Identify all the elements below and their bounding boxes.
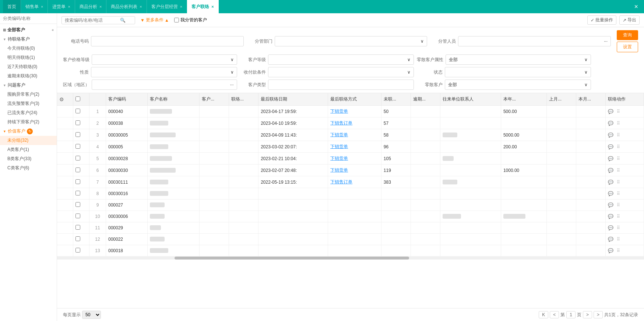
sidebar-item-ungrouped[interactable]: 未分组(32) — [0, 136, 57, 145]
tab-close-prod-list[interactable]: × — [140, 4, 142, 9]
row-action[interactable]: 💬 ⠿ — [606, 245, 644, 257]
contact-icon[interactable]: 💬 — [608, 180, 613, 185]
row-last-method[interactable] — [328, 200, 381, 211]
row-select-checkbox[interactable] — [75, 191, 80, 195]
action-menu-icon[interactable]: ⠿ — [617, 237, 620, 242]
sidebar-item-churn-warn[interactable]: 流失预警客户(3) — [0, 99, 57, 108]
action-menu-icon[interactable]: ⠿ — [617, 133, 620, 138]
sidebar-search-input[interactable] — [3, 16, 57, 21]
col-last-date-header[interactable]: 最后联络日期 — [258, 93, 328, 106]
refresh-badge[interactable]: ↻ — [27, 128, 33, 134]
sidebar-group-problem[interactable]: ▼ 问题客户 — [0, 81, 57, 90]
action-menu-icon[interactable]: ⠿ — [617, 156, 620, 161]
filter-customer-type-input[interactable] — [268, 80, 414, 90]
sidebar-item-class-b[interactable]: B类客户(33) — [0, 154, 57, 163]
col-uncontacted-header[interactable]: 未联... — [381, 93, 411, 106]
sidebar-item-declining[interactable]: 持续下滑客户(2) — [0, 117, 57, 127]
action-menu-icon[interactable]: ⠿ — [617, 214, 620, 219]
col-checkbox-header[interactable] — [73, 93, 89, 106]
sidebar-group-value[interactable]: ▼ 价值客户 ↻ — [0, 127, 57, 136]
tab-close-sales[interactable]: × — [41, 4, 43, 9]
filter-region-input[interactable]: ··· — [92, 80, 237, 90]
action-menu-icon[interactable]: ⠿ — [617, 109, 620, 114]
row-checkbox[interactable] — [73, 141, 89, 153]
filter-price-level-input[interactable]: ∨ — [92, 54, 237, 65]
action-menu-icon[interactable]: ⠿ — [617, 225, 620, 230]
filter-phone-input[interactable] — [91, 36, 244, 46]
scrollbar-thumb[interactable] — [175, 257, 409, 260]
method-link[interactable]: 下销售订单 — [330, 179, 352, 184]
row-select-checkbox[interactable] — [75, 144, 80, 149]
row-checkbox[interactable] — [73, 129, 89, 141]
tab-sales-order[interactable]: 销售单 × — [21, 0, 48, 13]
row-action[interactable]: 💬 ⠿ — [606, 222, 644, 234]
more-conditions-button[interactable]: ▼ 更多条件 ▲ — [138, 16, 171, 24]
tab-product-analysis-list[interactable]: 商品分析列表 × — [106, 0, 147, 13]
query-button[interactable]: 查询 — [617, 30, 638, 40]
contact-icon[interactable]: 💬 — [608, 121, 613, 126]
search-box[interactable]: 🔍 — [61, 16, 135, 24]
batch-operation-button[interactable]: ✓ 批量操作 — [587, 15, 616, 25]
sidebar-all-customers[interactable]: ⊞ 全部客户 « — [0, 24, 57, 35]
method-link[interactable]: 下销货单 — [330, 167, 348, 173]
row-checkbox[interactable] — [73, 234, 89, 245]
row-select-checkbox[interactable] — [75, 109, 80, 113]
row-select-checkbox[interactable] — [75, 156, 80, 160]
row-action[interactable]: 💬 ⠿ — [606, 211, 644, 222]
contact-icon[interactable]: 💬 — [608, 156, 613, 161]
row-checkbox[interactable] — [73, 200, 89, 211]
row-select-checkbox[interactable] — [75, 214, 80, 218]
contact-icon[interactable]: 💬 — [608, 144, 613, 149]
row-action[interactable]: 💬 ⠿ — [606, 200, 644, 211]
action-menu-icon[interactable]: ⠿ — [617, 121, 620, 126]
page-number[interactable]: 1 — [566, 311, 576, 318]
filter-status-input[interactable]: ∨ — [445, 67, 591, 77]
tab-close-segment[interactable]: × — [180, 4, 182, 9]
contact-icon[interactable]: 💬 — [608, 109, 613, 114]
sidebar-item-overdue[interactable]: 逾期未联络(30) — [0, 71, 57, 81]
row-select-checkbox[interactable] — [75, 120, 80, 125]
row-last-method[interactable]: 下销售订单 — [328, 117, 381, 129]
row-last-method[interactable]: 下销货单 — [328, 141, 381, 153]
row-select-checkbox[interactable] — [75, 236, 80, 241]
row-checkbox[interactable] — [73, 176, 89, 188]
col-category-header[interactable]: 客户... — [200, 93, 229, 106]
tab-product-analysis[interactable]: 商品分析 × — [75, 0, 106, 13]
contact-icon[interactable]: 💬 — [608, 225, 613, 230]
sidebar-item-class-a[interactable]: A类客户(1) — [0, 145, 57, 154]
method-link[interactable]: 下销货单 — [330, 156, 348, 161]
tab-customer-contact[interactable]: 客户联络 × — [187, 0, 218, 13]
tab-close-purchase[interactable]: × — [68, 4, 70, 9]
row-last-method[interactable]: 下销货单 — [328, 165, 381, 176]
col-settings[interactable]: ⚙ — [57, 93, 73, 106]
sidebar-item-7days-pending[interactable]: 近7天待联络(0) — [0, 62, 57, 71]
row-checkbox[interactable] — [73, 188, 89, 200]
reset-button[interactable]: 设置 — [617, 42, 638, 52]
tab-home[interactable]: 首页 — [3, 0, 21, 13]
sidebar-item-churned[interactable]: 已流失客户(24) — [0, 108, 57, 117]
tab-customer-segment[interactable]: 客户分层经营 × — [147, 0, 187, 13]
my-customers-checkbox[interactable]: 我分管的客户 — [174, 17, 207, 23]
contact-icon[interactable]: 💬 — [608, 237, 613, 242]
last-page-button[interactable]: > — [594, 311, 603, 318]
row-select-checkbox[interactable] — [75, 248, 80, 253]
row-checkbox[interactable] — [73, 222, 89, 234]
col-contact-header[interactable]: 联络... — [229, 93, 258, 106]
contact-icon[interactable]: 💬 — [608, 168, 613, 173]
sidebar-group-pending[interactable]: ▼ 待联络客户 — [0, 35, 57, 44]
contact-icon[interactable]: 💬 — [608, 191, 613, 196]
settings-icon[interactable]: ⚙ — [59, 96, 64, 102]
row-last-method[interactable]: 下销售订单 — [328, 176, 381, 188]
row-checkbox[interactable] — [73, 245, 89, 257]
action-menu-icon[interactable]: ⠿ — [617, 144, 620, 149]
filter-dept-input[interactable]: ∨ — [275, 36, 427, 46]
contact-icon[interactable]: 💬 — [608, 133, 613, 138]
my-customers-check[interactable] — [174, 18, 179, 22]
filter-payment-input[interactable]: ∨ — [268, 67, 414, 77]
row-action[interactable]: 💬 ⠿ — [606, 234, 644, 245]
col-contact-person-header[interactable]: 往来单位联系人 — [440, 93, 501, 106]
col-last-month-header[interactable]: 上月... — [547, 93, 576, 106]
row-checkbox[interactable] — [73, 165, 89, 176]
row-last-method[interactable] — [328, 234, 381, 245]
close-all-tabs-button[interactable]: × — [631, 3, 641, 11]
